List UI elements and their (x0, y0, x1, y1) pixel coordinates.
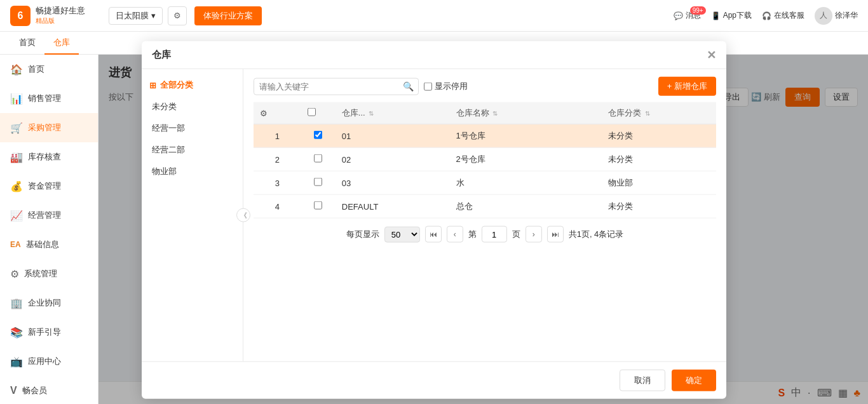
category-item-property[interactable]: 物业部 (142, 161, 243, 182)
brand-badge: 精品版 (36, 17, 85, 25)
sidebar-label-inventory: 库存核查 (28, 151, 61, 163)
home-icon: 🏠 (10, 64, 23, 76)
sidebar-item-operations[interactable]: 📈 经营管理 (0, 201, 98, 230)
sort-name-icon: ⇅ (492, 110, 498, 117)
finance-icon: 💰 (10, 180, 23, 192)
cell-check[interactable] (301, 147, 336, 171)
table-row: 1 01 1号仓库 未分类 (254, 124, 716, 147)
table-toolbar: 🔍 显示停用 + 新增仓库 (254, 77, 716, 96)
cell-check[interactable] (301, 194, 336, 218)
online-service-label: 在线客服 (774, 10, 804, 21)
sidebar-item-finance[interactable]: 💰 资金管理 (0, 172, 98, 201)
store-selector[interactable]: 日太阳膜 ▾ (109, 7, 163, 25)
chevron-down-icon: ▾ (151, 11, 156, 20)
table-row: 2 02 2号仓库 未分类 (254, 147, 716, 171)
modal-close-btn[interactable]: ✕ (707, 49, 716, 60)
show-disabled-checkbox[interactable] (424, 82, 432, 90)
sidebar-item-apps[interactable]: 📺 应用中心 (0, 347, 98, 376)
cell-code: DEFAULT (336, 194, 450, 218)
prev-page-btn[interactable]: ‹ (447, 226, 463, 243)
total-info: 共1页, 4条记录 (569, 229, 624, 240)
show-disabled-wrap: 显示停用 (424, 81, 468, 92)
category-panel: ⊞ 全部分类 未分类 经营一部 经营二部 物业部 《 (142, 69, 243, 361)
experience-btn[interactable]: 体验行业方案 (194, 6, 262, 25)
gear-button[interactable]: ⚙ (168, 6, 187, 25)
select-all-checkbox[interactable] (308, 108, 316, 116)
modal-title: 仓库 (152, 49, 171, 61)
sidebar-item-system[interactable]: ⚙ 系统管理 (0, 259, 98, 288)
sidebar-label-finance: 资金管理 (28, 180, 61, 192)
all-categories-btn[interactable]: ⊞ 全部分类 (142, 74, 243, 96)
sort-code-icon: ⇅ (369, 110, 374, 117)
cell-code: 01 (336, 124, 450, 147)
sidebar-label-guide: 新手引导 (28, 327, 61, 338)
search-icon[interactable]: 🔍 (403, 81, 414, 91)
tab-warehouse[interactable]: 仓库 (44, 32, 79, 55)
top-header: 6 畅捷通好生意 精品版 日太阳膜 ▾ ⚙ 体验行业方案 💬 消息 99+ 📱 … (0, 0, 868, 32)
sidebar-label-basics: 基础信息 (26, 239, 59, 250)
row-checkbox[interactable] (314, 154, 322, 163)
per-page-select[interactable]: 50 100 200 (384, 226, 420, 242)
cell-index: 4 (254, 194, 301, 218)
show-disabled-label: 显示停用 (435, 81, 468, 92)
online-service-item[interactable]: 🎧 在线客服 (762, 10, 804, 21)
category-item-dept1[interactable]: 经营一部 (142, 118, 243, 139)
cell-code: 02 (336, 147, 450, 171)
basics-icon: EA (10, 240, 21, 249)
cell-index: 1 (254, 124, 301, 147)
warehouse-modal: 仓库 ✕ ⊞ 全部分类 未分类 经营一部 经营二部 物业部 《 🔍 (142, 41, 726, 399)
tab-home[interactable]: 首页 (10, 32, 44, 55)
last-page-btn[interactable]: ⏭ (547, 226, 564, 243)
messages-item[interactable]: 💬 消息 99+ (674, 10, 701, 21)
sidebar-item-purchase[interactable]: 🛒 采购管理 (0, 113, 98, 142)
sidebar-label-system: 系统管理 (24, 268, 57, 279)
cell-name: 2号仓库 (450, 147, 602, 171)
row-checkbox[interactable] (314, 131, 322, 139)
cancel-btn[interactable]: 取消 (620, 370, 665, 391)
sidebar-item-home[interactable]: 🏠 首页 (0, 55, 98, 84)
app-download-item[interactable]: 📱 App下载 (711, 10, 752, 21)
add-warehouse-btn[interactable]: + 新增仓库 (658, 77, 716, 96)
th-category: 仓库分类 ⇅ (602, 102, 716, 125)
grid-icon: ⊞ (149, 80, 156, 90)
category-item-unclassified[interactable]: 未分类 (142, 96, 243, 118)
cell-check[interactable] (301, 124, 336, 147)
th-settings: ⚙ (254, 102, 301, 125)
cell-index: 3 (254, 171, 301, 194)
confirm-btn[interactable]: 确定 (672, 370, 716, 391)
cell-code: 03 (336, 171, 450, 194)
sort-cat-icon: ⇅ (645, 110, 650, 117)
sidebar-item-sales[interactable]: 📊 销售管理 (0, 84, 98, 113)
search-input[interactable] (254, 77, 419, 95)
cell-category: 未分类 (602, 124, 716, 147)
row-checkbox[interactable] (314, 178, 322, 186)
sidebar-label-vip: 畅会员 (22, 385, 47, 396)
sidebar-item-guide[interactable]: 📚 新手引导 (0, 318, 98, 347)
logo-icon: 6 (10, 6, 31, 26)
category-item-dept2[interactable]: 经营二部 (142, 139, 243, 161)
store-name: 日太阳膜 (116, 10, 149, 22)
page-label: 第 (468, 229, 477, 240)
category-collapse-btn[interactable]: 《 (236, 208, 250, 222)
sidebar-item-enterprise[interactable]: 🏢 企业协同 (0, 288, 98, 318)
next-page-btn[interactable]: › (526, 226, 542, 243)
first-page-btn[interactable]: ⏮ (425, 226, 442, 243)
header-right: 💬 消息 99+ 📱 App下载 🎧 在线客服 人 徐泽华 (674, 7, 858, 25)
sidebar-item-inventory[interactable]: 🏭 库存核查 (0, 142, 98, 172)
th-code: 仓库... ⇅ (336, 102, 450, 125)
cell-name: 1号仓库 (450, 124, 602, 147)
user-name: 徐泽华 (835, 10, 858, 21)
page-number-input[interactable] (482, 226, 507, 243)
row-checkbox[interactable] (314, 201, 322, 210)
cell-check[interactable] (301, 171, 336, 194)
vip-icon: V (10, 385, 17, 396)
th-check (301, 102, 336, 125)
table-panel: 🔍 显示停用 + 新增仓库 ⚙ 仓库... ⇅ (243, 69, 726, 361)
sidebar-item-vip[interactable]: V 畅会员 (0, 376, 98, 404)
sidebar-item-basics[interactable]: EA 基础信息 (0, 230, 98, 259)
sidebar-label-purchase: 采购管理 (28, 122, 61, 133)
cell-index: 2 (254, 147, 301, 171)
purchase-icon: 🛒 (10, 122, 23, 134)
user-item[interactable]: 人 徐泽华 (815, 7, 858, 25)
warehouse-table: ⚙ 仓库... ⇅ 仓库名称 ⇅ 仓库分类 ⇅ (254, 102, 716, 219)
